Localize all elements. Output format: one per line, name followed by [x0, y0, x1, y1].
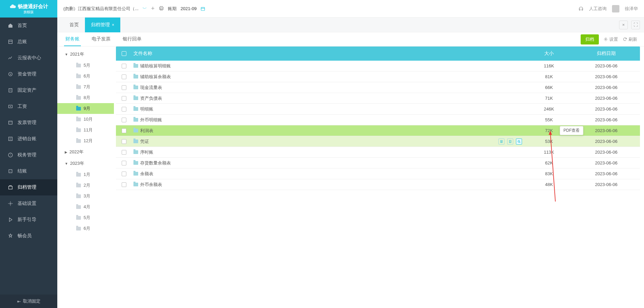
row-checkbox[interactable]	[122, 161, 126, 165]
table-row[interactable]: 外币余额表48K2023-06-06	[116, 179, 640, 190]
folder-icon	[76, 74, 81, 78]
nav-item-0[interactable]: 首页	[0, 18, 57, 34]
row-checkbox[interactable]	[122, 64, 126, 68]
row-checkbox[interactable]	[122, 139, 126, 144]
nav-item-11[interactable]: 基础设置	[0, 195, 57, 212]
period-value[interactable]: 2021-09	[181, 6, 197, 11]
consult-link[interactable]: 人工咨询	[589, 6, 607, 12]
row-checkbox[interactable]	[122, 128, 126, 133]
calendar-icon[interactable]	[201, 6, 205, 11]
table-row[interactable]: 辅助核算余额表81K2023-06-06	[116, 71, 640, 82]
tree-month[interactable]: 10月	[57, 114, 114, 125]
row-checkbox[interactable]	[122, 172, 126, 176]
row-checkbox[interactable]	[122, 150, 126, 155]
tree-month[interactable]: 5月	[57, 60, 114, 71]
pdf-view-icon[interactable]	[516, 138, 522, 145]
nav-item-3[interactable]: ¥资金管理	[0, 66, 57, 82]
table-row[interactable]: 余额表83K2023-06-06	[116, 168, 640, 179]
tree-month[interactable]: 2月	[57, 180, 114, 191]
gear-icon[interactable]	[159, 6, 164, 11]
tab-archive[interactable]: 归档管理 ×	[85, 18, 120, 32]
nav-item-4[interactable]: 固定资产	[0, 82, 57, 98]
file-size: 48K	[525, 182, 573, 187]
triangle-right-icon: ▶	[65, 150, 67, 154]
table-row[interactable]: 存货数量余额表62K2023-06-06	[116, 158, 640, 168]
row-checkbox[interactable]	[122, 85, 126, 90]
tree-month[interactable]: 7月	[57, 82, 114, 92]
svg-line-19	[520, 142, 520, 143]
archive-date: 2023-06-06	[573, 150, 640, 155]
tree-month[interactable]: 11月	[57, 125, 114, 135]
add-icon[interactable]: +	[151, 5, 155, 12]
nav-item-10[interactable]: 归档管理	[0, 179, 57, 195]
close-icon[interactable]: ×	[112, 23, 114, 27]
refresh-link[interactable]: 刷新	[623, 36, 637, 42]
month-label: 5月	[84, 215, 90, 221]
nav-item-7[interactable]: 进销台账	[0, 131, 57, 147]
tree-month[interactable]: 1月	[57, 169, 114, 180]
download-xls-icon[interactable]	[498, 138, 504, 145]
nav-item-2[interactable]: 云报表中心	[0, 50, 57, 66]
table-row[interactable]: 明细账246K2023-06-06	[116, 104, 640, 115]
archive-date: 2023-06-06	[573, 96, 640, 101]
file-name: 序时账	[140, 149, 153, 155]
company-selector[interactable]: (勿删）江西服宝精品有限责任公司（...	[63, 6, 139, 12]
table-row[interactable]: 现金流量表66K2023-06-06	[116, 82, 640, 93]
archive-button[interactable]: 归档	[581, 34, 599, 44]
col-date-header: 归档日期	[573, 51, 640, 57]
tree-month[interactable]: 3月	[57, 191, 114, 202]
file-size: 246K	[525, 106, 573, 112]
row-checkbox[interactable]	[122, 107, 126, 112]
refresh-label: 刷新	[628, 36, 637, 42]
row-checkbox[interactable]	[122, 74, 126, 79]
table-row[interactable]: 凭证53K2023-06-06	[116, 136, 640, 147]
file-name: 现金流量表	[140, 85, 162, 91]
tree-month[interactable]: 8月	[57, 92, 114, 103]
subtab-einvoice[interactable]: 电子发票	[90, 33, 112, 46]
nav-item-8[interactable]: 税务管理	[0, 147, 57, 163]
nav-item-5[interactable]: 工资	[0, 98, 57, 115]
nav-item-13[interactable]: 畅会员	[0, 228, 57, 244]
tree-year-2022[interactable]: ▶2022年	[57, 146, 114, 158]
tree-month[interactable]: 12月	[57, 135, 114, 146]
col-name-header: 文件名称	[133, 51, 152, 57]
tree-month[interactable]: 5月	[57, 212, 114, 223]
row-checkbox[interactable]	[122, 182, 126, 187]
folder-icon	[133, 183, 138, 186]
tab-home[interactable]: 首页	[63, 18, 85, 32]
user-name[interactable]: 徐泽华	[625, 6, 638, 12]
table-row[interactable]: 辅助核算明细账116K2023-06-06	[116, 61, 640, 71]
table-row[interactable]: 资产负债表71K2023-06-06	[116, 93, 640, 104]
chevron-down-icon[interactable]: ﹀	[143, 6, 147, 12]
row-checkbox[interactable]	[122, 118, 126, 122]
fullscreen-button[interactable]: ⛶	[631, 21, 640, 29]
table-row[interactable]: 外币明细账55K2023-06-06	[116, 115, 640, 125]
tree-year-2021[interactable]: ▼2021年	[57, 49, 114, 60]
row-checkbox[interactable]	[122, 96, 126, 101]
tree-month[interactable]: 6月	[57, 71, 114, 82]
avatar[interactable]	[612, 5, 619, 12]
headset-icon[interactable]	[578, 6, 584, 11]
table-row[interactable]: 序时账113K2023-06-06	[116, 147, 640, 158]
settings-link[interactable]: 设置	[604, 36, 618, 42]
tree-year-2023[interactable]: ▼2023年	[57, 158, 114, 169]
cancel-pin-label: 取消固定	[23, 298, 40, 304]
nav-item-12[interactable]: 新手引导	[0, 212, 57, 228]
folder-icon	[133, 150, 138, 154]
tree-month[interactable]: 9月	[57, 103, 114, 114]
tree-month[interactable]: 4月	[57, 202, 114, 212]
nav-item-6[interactable]: 发票管理	[0, 115, 57, 131]
subtab-finance[interactable]: 财务账	[64, 33, 81, 46]
select-all-checkbox[interactable]	[122, 51, 126, 56]
subtab-bank[interactable]: 银行回单	[121, 33, 143, 46]
close-panel-button[interactable]: ×	[619, 21, 628, 29]
nav-icon	[7, 120, 13, 126]
tree-month[interactable]: 6月	[57, 223, 114, 234]
cancel-pin-button[interactable]: ⇤ 取消固定	[0, 295, 57, 308]
nav-item-1[interactable]: 总账	[0, 34, 57, 50]
download-pdf-icon[interactable]	[507, 138, 513, 145]
nav-item-9[interactable]: 结账	[0, 163, 57, 179]
pdf-view-tooltip: PDF查看	[560, 126, 583, 135]
folder-icon	[133, 107, 138, 111]
svg-rect-0	[9, 40, 12, 44]
